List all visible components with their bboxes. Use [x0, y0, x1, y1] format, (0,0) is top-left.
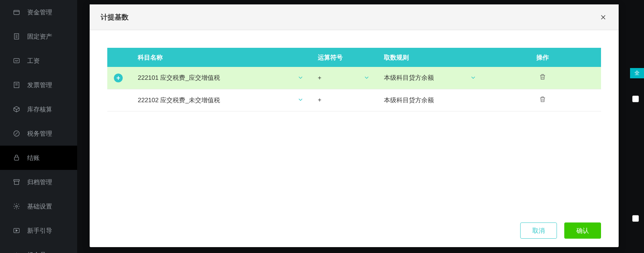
modal-header: 计提基数	[90, 4, 619, 30]
cell-operator[interactable]: +	[311, 89, 377, 111]
sidebar-item-vip[interactable]: 畅会员	[0, 243, 77, 253]
subject-select[interactable]: 222102 应交税费_未交增值税	[138, 96, 305, 104]
svg-rect-5	[14, 157, 19, 160]
receipt-icon	[12, 81, 21, 89]
cell-action	[484, 89, 601, 111]
modal-dialog: 计提基数 科目名称 运算符号 取数规则 操作 +	[90, 4, 619, 247]
cell-subject[interactable]: 222101 应交税费_应交增值税	[131, 67, 311, 89]
modal-footer: 取消 确认	[90, 214, 619, 247]
sidebar-item-settings[interactable]: 基础设置	[0, 194, 77, 218]
cell-rule[interactable]: 本级科目贷方余额	[377, 89, 484, 111]
cell-rule[interactable]: 本级科目贷方余额	[377, 67, 484, 89]
gear-icon	[12, 202, 21, 210]
table-row: + 222101 应交税费_应交增值税 +	[107, 67, 601, 89]
sidebar-item-closing[interactable]: 结账	[0, 146, 77, 170]
svg-rect-7	[14, 181, 19, 185]
chevron-down-icon	[297, 74, 305, 82]
operator-value: +	[318, 96, 321, 104]
sidebar-item-label: 税务管理	[27, 129, 52, 138]
trash-icon	[539, 96, 546, 103]
svg-rect-0	[14, 10, 19, 15]
subject-value: 222101 应交税费_应交增值税	[138, 74, 220, 82]
sidebar-item-label: 基础设置	[27, 202, 52, 211]
modal-title: 计提基数	[101, 13, 129, 22]
box-icon	[12, 105, 21, 113]
delete-button[interactable]	[539, 96, 546, 103]
rule-select[interactable]: 本级科目贷方余额	[384, 96, 477, 104]
sidebar-item-label: 畅会员	[27, 251, 46, 253]
modal-body: 科目名称 运算符号 取数规则 操作 + 222101 应交税费_应交增值税	[90, 30, 619, 214]
table-row: 222102 应交税费_未交增值税 +	[107, 89, 601, 111]
cell-action	[484, 67, 601, 89]
cell-subject[interactable]: 222102 应交税费_未交增值税	[131, 89, 311, 111]
sidebar-item-guide[interactable]: 新手引导	[0, 218, 77, 243]
subject-select[interactable]: 222101 应交税费_应交增值税	[138, 74, 305, 82]
cell-operator[interactable]: +	[311, 67, 377, 89]
sidebar-item-salary[interactable]: 工资	[0, 49, 77, 73]
chevron-down-icon	[470, 74, 477, 82]
rule-value: 本级科目贷方余额	[384, 74, 434, 82]
sidebar-item-label: 归档管理	[27, 178, 52, 186]
lock-icon	[12, 154, 21, 162]
subject-value: 222102 应交税费_未交增值税	[138, 96, 220, 104]
operator-select[interactable]: +	[318, 74, 371, 82]
wallet-icon	[12, 8, 21, 16]
sidebar-item-inventory[interactable]: 库存核算	[0, 97, 77, 121]
building-icon	[12, 32, 21, 40]
cell-add	[107, 89, 131, 111]
operator-value: +	[318, 74, 321, 82]
close-icon	[600, 14, 607, 21]
trash-icon	[539, 73, 546, 81]
chevron-down-icon	[363, 74, 371, 82]
sidebar-item-label: 工资	[27, 57, 40, 65]
sidebar-item-tax[interactable]: 税务管理	[0, 121, 77, 146]
vip-icon	[12, 251, 21, 253]
svg-point-8	[16, 206, 18, 207]
operator-select[interactable]: +	[318, 96, 371, 104]
sidebar-item-label: 库存核算	[27, 105, 52, 114]
cancel-button[interactable]: 取消	[520, 222, 557, 239]
sidebar-item-label: 固定资产	[27, 32, 52, 41]
sidebar-item-assets[interactable]: 固定资产	[0, 24, 77, 49]
sidebar-item-label: 资金管理	[27, 8, 52, 17]
table-header-operator: 运算符号	[311, 48, 377, 67]
play-icon	[12, 227, 21, 235]
archive-icon	[12, 178, 21, 186]
add-row-button[interactable]: +	[114, 74, 123, 82]
rule-value: 本级科目贷方余额	[384, 96, 434, 104]
rule-select[interactable]: 本级科目贷方余额	[384, 74, 477, 82]
delete-button[interactable]	[539, 73, 546, 81]
cell-add: +	[107, 67, 131, 89]
table-header-row: 科目名称 运算符号 取数规则 操作	[107, 48, 601, 67]
sidebar-item-label: 结账	[27, 154, 40, 162]
data-table: 科目名称 运算符号 取数规则 操作 + 222101 应交税费_应交增值税	[107, 48, 601, 111]
table-header-add	[107, 48, 131, 67]
sidebar-item-label: 新手引导	[27, 227, 52, 235]
percent-icon	[12, 129, 21, 138]
sidebar-item-archive[interactable]: 归档管理	[0, 170, 77, 194]
sidebar: 资金管理 固定资产 工资 发票管理 库存核算 税务管理 结账	[0, 0, 77, 253]
chart-icon	[12, 57, 21, 65]
sidebar-item-invoice[interactable]: 发票管理	[0, 73, 77, 97]
sidebar-item-label: 发票管理	[27, 81, 52, 89]
table-header-rule: 取数规则	[377, 48, 484, 67]
table-header-action: 操作	[484, 48, 601, 67]
table-header-subject: 科目名称	[131, 48, 311, 67]
confirm-button[interactable]: 确认	[564, 222, 601, 239]
chevron-down-icon	[297, 96, 305, 104]
close-button[interactable]	[599, 13, 608, 22]
sidebar-item-funds[interactable]: 资金管理	[0, 0, 77, 24]
